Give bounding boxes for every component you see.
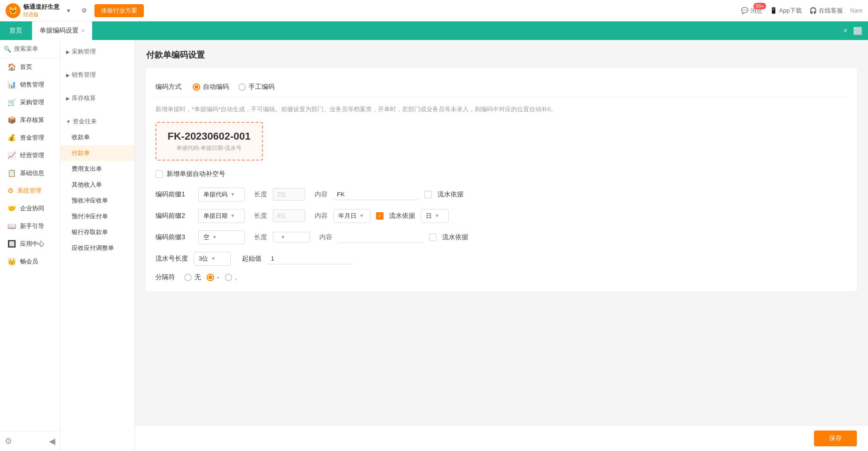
sep-dot-radio[interactable]: .	[225, 274, 237, 281]
serial-length-row: 流水号长度 3位 ▼ 起始值	[155, 252, 848, 266]
encoding-method-row: 编码方式 自动编码 手工编码	[155, 77, 848, 97]
tab-home[interactable]: 首页	[0, 21, 32, 40]
logo-text: 畅通道好生意 结语版	[23, 3, 60, 18]
trial-btn[interactable]: 体验行业方案	[94, 4, 144, 17]
service-label: 在线客服	[819, 7, 843, 15]
content: 付款单编码设置 编码方式 自动编码 手工编码	[135, 40, 868, 425]
serial2-checkbox[interactable]: ✓	[376, 212, 384, 220]
search-icon: 🔍	[4, 46, 11, 53]
prefix-row-3: 编码前缀3 空 ▼ 长度 ▼ 内容 流水依据	[155, 230, 848, 244]
dropdown-btn[interactable]: ▾	[63, 5, 74, 16]
manual-encode-radio[interactable]: 手工编码	[238, 83, 275, 91]
content2-chevron: ▼	[359, 213, 364, 218]
prefix1-chevron: ▼	[230, 192, 235, 197]
sidebar-item-enterprise[interactable]: 🤝 企业协同	[0, 200, 60, 217]
sep-none-radio[interactable]: 无	[184, 273, 201, 282]
sidebar-group-purchase-header[interactable]: ▶ 采购管理	[61, 44, 135, 60]
sidebar-sub-expense[interactable]: 费用支出单	[61, 161, 135, 177]
app-download-btn[interactable]: 📱 App下载	[770, 7, 802, 15]
prefix3-chevron: ▼	[212, 235, 217, 240]
sidebar-item-guide[interactable]: 📖 新手引导	[0, 217, 60, 235]
message-btn[interactable]: 💬 消息 99+	[741, 7, 762, 15]
sidebar-item-sales[interactable]: 📊 销售管理	[0, 76, 60, 94]
online-service-btn[interactable]: 🎧 在线客服	[809, 7, 843, 15]
sidebar-search[interactable]: 🔍 搜索菜单	[0, 40, 60, 58]
settings-card: 编码方式 自动编码 手工编码	[146, 68, 857, 291]
sidebar-item-inventory[interactable]: 📦 库存核算	[0, 111, 60, 129]
content2-label: 内容	[315, 212, 328, 220]
length2-input[interactable]	[273, 209, 305, 222]
prefix1-value: 单据代码	[203, 190, 228, 199]
prefix3-select[interactable]: 空 ▼	[198, 230, 245, 244]
sep-dash-radio[interactable]: -	[207, 274, 219, 281]
settings-btn[interactable]: ⚙	[78, 5, 91, 16]
tab-close-btn[interactable]: ×	[81, 27, 85, 34]
sidebar-item-finance[interactable]: 💰 资金管理	[0, 129, 60, 147]
start-value-input[interactable]	[267, 253, 353, 264]
top-bar-left: 🐱 畅通道好生意 结语版 ▾ ⚙ 体验行业方案	[6, 3, 144, 18]
minimize-btn[interactable]: ×	[843, 27, 848, 35]
content3-input[interactable]	[338, 232, 424, 243]
prefix1-select[interactable]: 单据代码 ▼	[198, 188, 245, 202]
sidebar-sub-adjust[interactable]: 应收应付调整单	[61, 240, 135, 256]
sidebar-group-sales: ▶ 销售管理	[61, 63, 135, 87]
prefix2-chevron: ▼	[230, 213, 235, 218]
sidebar-item-purchase[interactable]: 🛒 采购管理	[0, 94, 60, 111]
serial3-checkbox[interactable]	[429, 234, 437, 241]
sidebar-item-basic[interactable]: 📋 基础信息	[0, 164, 60, 182]
sidebar-group-capital-header[interactable]: ▼ 资金往来	[61, 114, 135, 129]
sidebar-sub-payment[interactable]: 付款单	[61, 145, 135, 161]
sidebar-settings-btn[interactable]: ⚙	[5, 436, 12, 446]
serial1-checkbox[interactable]	[424, 191, 432, 198]
maximize-btn[interactable]: ⬜	[853, 27, 862, 35]
manual-encode-label: 手工编码	[249, 83, 275, 91]
code-preview-sub: 单据代码-单据日期-流水号	[168, 144, 251, 152]
serial-length-chevron: ▼	[211, 256, 215, 261]
app-download-label: App下载	[779, 7, 802, 15]
page-title: 付款单编码设置	[146, 49, 857, 61]
sidebar-item-home[interactable]: 🏠 首页	[0, 58, 60, 76]
save-button[interactable]: 保存	[814, 431, 857, 446]
prefix-row-2: 编码前缀2 单据日期 ▼ 长度 内容 年月日 ▼ ✓ 流水依据 日	[155, 209, 848, 223]
sidebar-item-member[interactable]: 👑 畅会员	[0, 253, 60, 270]
sidebar-item-operations[interactable]: 📈 经营管理	[0, 147, 60, 164]
serial-length-select[interactable]: 3位 ▼	[194, 252, 231, 266]
sidebar-sub-bank[interactable]: 银行存取款单	[61, 224, 135, 240]
chevron-right-icon3: ▶	[66, 96, 70, 101]
start-value-label: 起始值	[242, 255, 262, 263]
prefix2-select[interactable]: 单据日期 ▼	[198, 209, 245, 223]
auto-fill-row: 新增单据自动补空号	[155, 170, 848, 178]
tab-current[interactable]: 单据编码设置 ×	[32, 21, 92, 40]
sidebar-sub-receipt[interactable]: 收款单	[61, 129, 135, 145]
auto-fill-checkbox[interactable]	[155, 170, 163, 178]
second-sidebar: ▶ 采购管理 ▶ 销售管理 ▶ 库存核算 ▼ 资金往来 收款单 付款单 费用支出…	[61, 40, 135, 451]
logo: 🐱 畅通道好生意 结语版	[6, 3, 60, 18]
sidebar-sub-prepay-payable[interactable]: 预付冲应付单	[61, 209, 135, 224]
sidebar-item-system[interactable]: ⚙ 系统管理	[0, 182, 60, 200]
sidebar-group-inventory-header[interactable]: ▶ 库存核算	[61, 90, 135, 106]
sidebar-item-apps[interactable]: 🔲 应用中心	[0, 235, 60, 253]
length3-select[interactable]: ▼	[273, 232, 310, 242]
system-icon: ⚙	[7, 187, 13, 195]
sidebar-sub-prepay-receivable[interactable]: 预收冲应收单	[61, 193, 135, 209]
sidebar-search-label: 搜索菜单	[14, 45, 38, 53]
content2-select[interactable]: 年月日 ▼	[333, 209, 370, 223]
sidebar-sub-other-income[interactable]: 其他收入单	[61, 177, 135, 193]
top-bar-nav: ▾ ⚙ 体验行业方案	[63, 4, 144, 17]
apps-icon: 🔲	[7, 240, 16, 248]
auto-encode-radio[interactable]: 自动编码	[193, 83, 229, 91]
prefix2-label: 编码前缀2	[155, 212, 193, 220]
content1-input[interactable]	[333, 189, 419, 200]
member-icon: 👑	[7, 257, 16, 266]
serial-length-label: 流水号长度	[155, 255, 188, 263]
sidebar-group-sales-header[interactable]: ▶ 销售管理	[61, 67, 135, 83]
code-preview: FK-20230602-001 单据代码-单据日期-流水号	[155, 122, 263, 161]
main-layout: 🔍 搜索菜单 🏠 首页 📊 销售管理 🛒 采购管理 📦 库存核算 💰 资金管理 …	[0, 40, 868, 451]
serial2-unit-select[interactable]: 日 ▼	[421, 209, 449, 223]
tab-current-label: 单据编码设置	[40, 27, 79, 35]
guide-icon: 📖	[7, 222, 16, 230]
sidebar-group-purchase: ▶ 采购管理	[61, 40, 135, 63]
sidebar-collapse-btn[interactable]: ◀	[49, 436, 55, 446]
prefix-row-1: 编码前缀1 单据代码 ▼ 长度 内容 流水依据	[155, 188, 848, 202]
length1-input[interactable]	[273, 188, 305, 201]
